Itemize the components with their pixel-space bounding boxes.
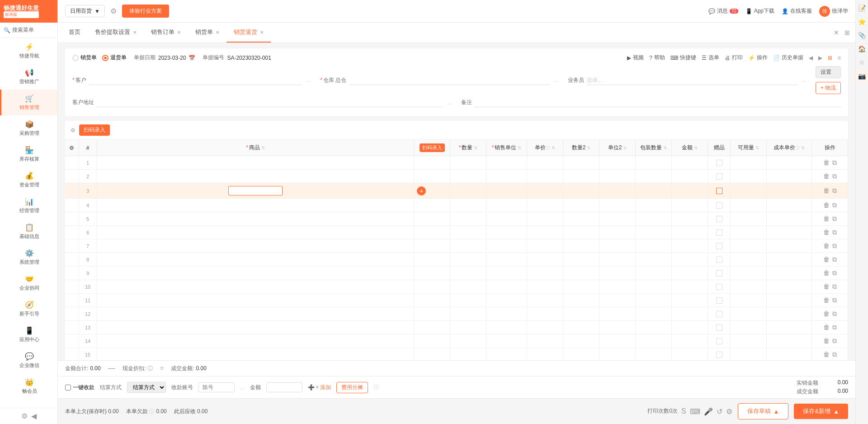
tab-sales-delivery-close[interactable]: ✕	[216, 30, 219, 35]
settlement-select[interactable]: 结算方式	[127, 382, 166, 393]
save-draft-button[interactable]: 保存草稿 ▲	[738, 403, 789, 419]
topbar-gear-icon[interactable]: ⚙	[110, 7, 117, 15]
delete-row-icon[interactable]: 🗑	[823, 215, 830, 223]
delete-row-icon[interactable]: 🗑	[823, 351, 830, 358]
gift-checkbox[interactable]	[716, 352, 722, 358]
copy-row-icon[interactable]: ⧉	[832, 337, 837, 345]
copy-row-icon[interactable]: ⧉	[832, 324, 837, 331]
right-panel-icon-5[interactable]: ☆	[856, 56, 868, 69]
delete-row-icon[interactable]: 🗑	[823, 172, 830, 180]
collapse-icon[interactable]: ◀	[31, 412, 37, 420]
calendar-icon[interactable]: 📅	[189, 55, 195, 61]
print-action[interactable]: 🖨 打印	[725, 54, 743, 62]
video-action[interactable]: ▶ 视频	[627, 54, 644, 62]
add-row-btn[interactable]: +	[417, 186, 426, 195]
sidebar-item-guide[interactable]: 🧭 新手引导	[0, 296, 57, 322]
delete-row-icon[interactable]: 🗑	[823, 310, 830, 318]
delete-row-icon[interactable]: 🗑	[823, 324, 830, 331]
gift-checkbox[interactable]	[716, 173, 722, 180]
save-new-button[interactable]: 保存&新增 ▲	[794, 404, 848, 419]
sidebar-item-inventory[interactable]: 🏪 库存核算	[0, 141, 57, 167]
add-logistics-button[interactable]: + 物流	[816, 82, 841, 94]
delete-row-icon[interactable]: 🗑	[823, 201, 830, 209]
warehouse-dots[interactable]: ...	[554, 77, 559, 83]
one-click-input[interactable]	[65, 385, 71, 391]
sidebar-item-member[interactable]: 👑 畅会员	[0, 373, 57, 399]
select-action[interactable]: ☰ 选单	[702, 54, 719, 62]
history-action[interactable]: 📄 历史单据	[773, 54, 803, 62]
settings-bottom-icon[interactable]: ⚙	[21, 412, 28, 420]
tab-sales-return[interactable]: 销货退货 ✕	[226, 23, 271, 43]
copy-row-icon[interactable]: ⧉	[832, 242, 837, 250]
online-service-item[interactable]: 👤 在线客服	[782, 7, 812, 15]
sidebar-item-basic-info[interactable]: 📋 基础信息	[0, 219, 57, 244]
tab-sales-order[interactable]: 销售订单 ✕	[144, 23, 188, 43]
sidebar-item-quick-nav[interactable]: ⚡ 快捷导航	[0, 38, 57, 64]
gift-checkbox[interactable]	[716, 324, 722, 331]
gift-checkbox[interactable]	[716, 284, 722, 290]
right-panel-icon-3[interactable]: 📎	[856, 29, 868, 42]
tab-close-all-icon[interactable]: ✕	[832, 27, 841, 38]
delete-row-icon[interactable]: 🗑	[823, 296, 830, 304]
address-input[interactable]	[97, 98, 443, 107]
copy-row-icon[interactable]: ⧉	[832, 215, 837, 223]
delete-row-icon[interactable]: 🗑	[823, 187, 830, 195]
account-dots[interactable]: ...	[240, 384, 245, 391]
industry-select[interactable]: 日用百货 ▼	[65, 5, 105, 17]
radio-return[interactable]: 退货单	[102, 54, 127, 62]
right-panel-icon-4[interactable]: 🏠	[856, 43, 868, 55]
copy-row-icon[interactable]: ⧉	[832, 269, 837, 277]
salesperson-input[interactable]	[587, 76, 797, 85]
delete-row-icon[interactable]: 🗑	[823, 283, 830, 291]
right-panel-icon-1[interactable]: 📝	[856, 2, 868, 14]
sidebar-item-app-center[interactable]: 📱 应用中心	[0, 322, 57, 348]
sidebar-item-operations[interactable]: 📊 经营管理	[0, 193, 57, 219]
copy-row-icon[interactable]: ⧉	[832, 201, 837, 209]
sidebar-item-enterprise-wechat[interactable]: 💬 企业微信	[0, 348, 57, 373]
scan-btn-header[interactable]: 扫码录入	[420, 143, 445, 152]
nav-prev-icon[interactable]: ◀	[809, 55, 813, 61]
copy-row-icon[interactable]: ⧉	[832, 351, 837, 358]
copy-row-icon[interactable]: ⧉	[832, 310, 837, 318]
message-item[interactable]: 💬 消息 70	[708, 7, 738, 15]
address-dots[interactable]: ...	[448, 100, 452, 106]
copy-row-icon[interactable]: ⧉	[832, 187, 837, 195]
copy-row-icon[interactable]: ⧉	[832, 172, 837, 180]
gift-checkbox[interactable]	[716, 270, 722, 276]
copy-row-icon[interactable]: ⧉	[832, 229, 837, 236]
tab-sales-order-close[interactable]: ✕	[177, 30, 181, 35]
gift-checkbox[interactable]	[716, 257, 722, 263]
sidebar-item-finance[interactable]: 💰 资金管理	[0, 167, 57, 193]
radio-sales[interactable]: 销货单	[72, 54, 97, 62]
customer-input[interactable]	[89, 76, 302, 85]
warehouse-input[interactable]	[349, 76, 550, 85]
setting-button[interactable]: 设置	[816, 66, 841, 78]
copy-row-icon[interactable]: ⧉	[832, 296, 837, 304]
delete-row-icon[interactable]: 🗑	[823, 159, 830, 167]
gift-checkbox[interactable]	[716, 229, 722, 236]
fee-help-icon[interactable]: ⓘ	[373, 384, 379, 391]
row-product-cell[interactable]	[97, 183, 414, 199]
user-item[interactable]: 徐 徐泽华	[819, 6, 848, 17]
grid-view-icon[interactable]: ⊞	[828, 55, 832, 61]
gift-checkbox[interactable]	[716, 297, 722, 304]
delete-row-icon[interactable]: 🗑	[823, 256, 830, 263]
sidebar-item-purchase[interactable]: 📦 采购管理	[0, 115, 57, 141]
gift-checkbox[interactable]	[716, 160, 722, 166]
copy-row-icon[interactable]: ⧉	[832, 283, 837, 291]
delete-row-icon[interactable]: 🗑	[823, 269, 830, 277]
help-action[interactable]: ? 帮助	[649, 54, 665, 62]
app-download-item[interactable]: 📱 App下载	[745, 7, 774, 15]
shortcut-action[interactable]: ⌨ 快捷键	[670, 54, 696, 62]
sidebar-item-sales[interactable]: 🛒 销售管理	[0, 90, 57, 115]
product-input[interactable]	[228, 186, 283, 195]
salesperson-dots[interactable]: ...	[802, 77, 807, 83]
right-panel-icon-6[interactable]: 📷	[856, 70, 868, 82]
delete-row-icon[interactable]: 🗑	[823, 242, 830, 250]
sidebar-item-system[interactable]: ⚙️ 系统管理	[0, 244, 57, 270]
discount-help-icon[interactable]: ⓘ	[147, 365, 153, 372]
tab-sales-delivery[interactable]: 销货单 ✕	[188, 23, 226, 43]
gift-checkbox[interactable]	[716, 311, 722, 317]
delete-row-icon[interactable]: 🗑	[823, 337, 830, 345]
experience-btn[interactable]: 体验行业方案	[122, 5, 169, 18]
